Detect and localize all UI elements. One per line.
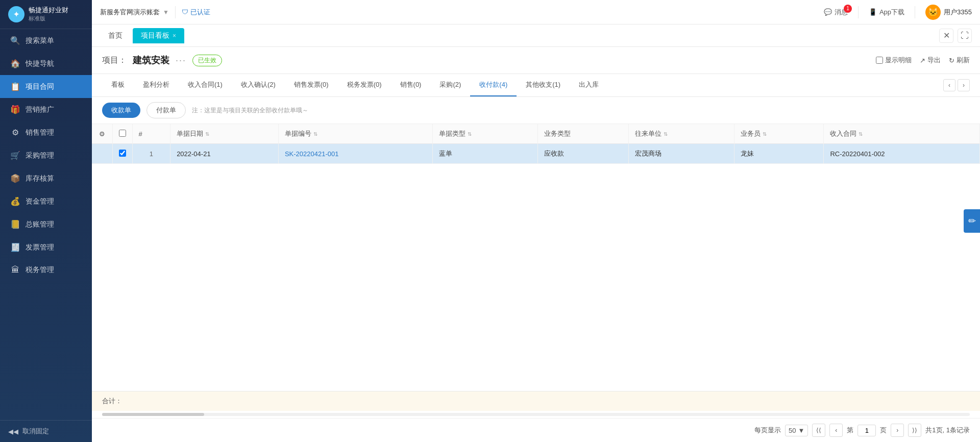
table-row[interactable]: 1 2022-04-21 SK-20220421-001 蓝单 应收款 宏茂商场…	[92, 144, 980, 164]
content-area: 项目： 建筑安装 ··· 已生效 显示明细 ↗ 导出 ↻ 刷新	[92, 47, 980, 442]
account-selector[interactable]: 新服务官网演示账套 ▼	[100, 8, 169, 17]
project-status-badge: 已生效	[192, 55, 222, 66]
project-header: 项目： 建筑安装 ··· 已生效 显示明细 ↗ 导出 ↻ 刷新	[92, 47, 980, 74]
maximize-window-btn[interactable]: ⛶	[958, 29, 972, 43]
export-label: 导出	[927, 56, 941, 65]
show-detail-input[interactable]	[876, 57, 883, 64]
user-info[interactable]: 🐱 用户3355	[925, 5, 972, 20]
sort-icon: ⇅	[313, 131, 317, 137]
page-num-input[interactable]	[857, 425, 876, 436]
sub-tab-inout[interactable]: 出入库	[570, 74, 608, 96]
row-code-cell[interactable]: SK-20220421-001	[278, 144, 432, 164]
th-settings[interactable]: ⚙	[92, 124, 112, 144]
last-page-btn[interactable]: ⟩⟩	[908, 424, 921, 437]
sidebar-item-inventory[interactable]: 📦 库存核算	[0, 167, 92, 190]
sidebar-item-quicknav[interactable]: 🏠 快捷导航	[0, 52, 92, 75]
row-code-link[interactable]: SK-20220421-001	[285, 150, 339, 158]
th-partner[interactable]: 往来单位 ⇅	[629, 124, 734, 144]
app-logo-sub: 标准版	[29, 15, 68, 22]
main-area: 新服务官网演示账套 ▼ 🛡 已认证 💬 消息 1 📱 App下载 🐱 用户335…	[92, 0, 980, 442]
total-label: 合计：	[102, 397, 122, 406]
sidebar-item-sales[interactable]: ⚙ 销售管理	[0, 121, 92, 144]
user-label: 用户3355	[944, 8, 972, 17]
list-controls: 收款单 付款单 注：这里是与项目关联的全部收付款单哦～	[92, 97, 980, 124]
app-logo-title: 畅捷通好业财	[29, 6, 68, 15]
messages-btn[interactable]: 💬 消息 1	[824, 8, 848, 17]
prev-page-btn[interactable]: ‹	[829, 424, 843, 437]
sidebar-item-project[interactable]: 📋 项目合同	[0, 75, 92, 98]
sort-icon: ⇅	[859, 131, 863, 137]
sub-tab-profit[interactable]: 盈利分析	[134, 74, 179, 96]
export-btn[interactable]: ↗ 导出	[920, 56, 941, 65]
row-date-cell: 2022-04-21	[170, 144, 279, 164]
sub-tab-board[interactable]: 看板	[102, 74, 134, 96]
sub-tab-prev-btn[interactable]: ‹	[943, 79, 955, 91]
sidebar-item-tax[interactable]: 🏛 税务管理	[0, 259, 92, 281]
sidebar-item-purchase[interactable]: 🛒 采购管理	[0, 144, 92, 167]
th-num: #	[132, 124, 170, 144]
app-download-btn[interactable]: 📱 App下载	[869, 8, 904, 17]
sidebar-item-label: 快捷导航	[26, 59, 54, 68]
refresh-btn[interactable]: ↻ 刷新	[949, 56, 970, 65]
sub-tab-income-contract[interactable]: 收入合同(1)	[179, 74, 232, 96]
sidebar-item-label: 营销推广	[26, 105, 54, 114]
table-header-row: ⚙ # 单据日期 ⇅ 单据编号	[92, 124, 980, 144]
page-word: 第	[847, 426, 853, 435]
sidebar-item-finance[interactable]: 💰 资金管理	[0, 190, 92, 213]
sidebar-item-search[interactable]: 🔍 搜索菜单	[0, 29, 92, 52]
tab-close-icon[interactable]: ×	[173, 32, 176, 39]
page-size-select[interactable]: 50 ▼	[785, 425, 808, 436]
sidebar-unpin-btn[interactable]: ◀◀ 取消固定	[0, 420, 92, 442]
sidebar-item-label: 发票管理	[26, 243, 54, 252]
float-right-btn[interactable]: ✏	[964, 209, 980, 233]
chevron-down-icon: ▼	[163, 9, 169, 16]
th-salesperson[interactable]: 业务员 ⇅	[734, 124, 824, 144]
th-date[interactable]: 单据日期 ⇅	[170, 124, 279, 144]
sub-tab-collection[interactable]: 收付款(4)	[470, 74, 517, 96]
more-icon[interactable]: ···	[176, 55, 186, 66]
sub-tabs: 看板 盈利分析 收入合同(1) 收入确认(2) 销售发票(0) 税务发票(0) …	[92, 74, 980, 97]
sort-icon: ⇅	[205, 131, 209, 137]
sidebar-item-invoice[interactable]: 🧾 发票管理	[0, 236, 92, 259]
sidebar-item-ledger[interactable]: 📒 总账管理	[0, 213, 92, 236]
inventory-icon: 📦	[10, 174, 20, 183]
collection-btn[interactable]: 收款单	[102, 103, 140, 118]
sub-tab-next-btn[interactable]: ›	[958, 79, 970, 91]
refresh-label: 刷新	[957, 56, 970, 65]
scrollbar-track[interactable]	[102, 413, 970, 416]
sub-tab-other-expense[interactable]: 其他收支(1)	[517, 74, 570, 96]
sort-icon: ⇅	[468, 131, 472, 137]
row-income-contract-cell: RC-20220401-002	[824, 144, 980, 164]
app-download-label: App下载	[879, 8, 904, 17]
close-window-btn[interactable]: ✕	[939, 29, 953, 43]
table-container: ⚙ # 单据日期 ⇅ 单据编号	[92, 124, 980, 391]
tab-project-board[interactable]: 项目看板 ×	[133, 28, 184, 43]
marketing-icon: 🎁	[10, 105, 20, 114]
first-page-btn[interactable]: ⟨⟨	[812, 424, 825, 437]
th-doc-type[interactable]: 单据类型 ⇅	[433, 124, 538, 144]
row-checkbox-cell	[112, 144, 132, 164]
sub-tab-sales-invoice[interactable]: 销售发票(0)	[285, 74, 338, 96]
select-all-checkbox[interactable]	[119, 130, 126, 137]
sub-tab-tax-invoice[interactable]: 税务发票(0)	[338, 74, 391, 96]
sidebar-item-marketing[interactable]: 🎁 营销推广	[0, 98, 92, 121]
page-size-value: 50	[789, 427, 796, 434]
sidebar-item-label: 销售管理	[26, 128, 54, 137]
tab-home[interactable]: 首页	[100, 28, 131, 43]
th-code[interactable]: 单据编号 ⇅	[278, 124, 432, 144]
sub-tab-income-confirm[interactable]: 收入确认(2)	[232, 74, 285, 96]
payment-btn[interactable]: 付款单	[146, 102, 186, 118]
scrollbar-thumb[interactable]	[102, 413, 204, 416]
sort-icon: ⇅	[763, 131, 767, 137]
sidebar-item-label: 采购管理	[26, 151, 54, 160]
home-icon: 🏠	[10, 59, 20, 68]
app-logo-icon: ✦	[8, 6, 24, 22]
avatar: 🐱	[925, 5, 941, 20]
row-checkbox[interactable]	[119, 150, 126, 157]
total-info: 共1页, 1条记录	[925, 426, 970, 435]
sub-tab-sales[interactable]: 销售(0)	[391, 74, 431, 96]
show-detail-checkbox[interactable]: 显示明细	[876, 56, 912, 65]
sub-tab-purchase[interactable]: 采购(2)	[430, 74, 470, 96]
next-page-btn[interactable]: ›	[891, 424, 904, 437]
th-income-contract[interactable]: 收入合同 ⇅	[824, 124, 980, 144]
